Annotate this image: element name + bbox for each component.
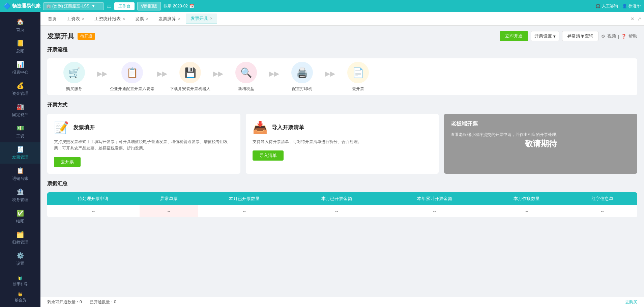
- go-issue-button[interactable]: 去开票: [54, 157, 81, 167]
- methods-row: 📝 发票填开 支持按照发票样式手工填写开发票；可开具增值税电子普通发票、增值税普…: [47, 114, 637, 174]
- tab-close-payroll[interactable]: ×: [82, 17, 84, 21]
- method-fill-icon: 📝: [54, 120, 69, 135]
- tab-home[interactable]: 首页: [43, 14, 61, 24]
- close-account-icon: ✅: [17, 210, 24, 217]
- sidebar-item-ledger[interactable]: 📒 总账: [0, 36, 40, 57]
- workflow-label-5: 配置打印机: [292, 86, 312, 92]
- workflow-icon-config: 📋: [121, 62, 143, 83]
- tab-actions: ✕ ⤢: [631, 16, 641, 22]
- workflow-icon-issue: 📄: [347, 62, 369, 83]
- buy-link[interactable]: 去购买: [625, 299, 637, 305]
- tab-close-payroll-report[interactable]: ×: [123, 17, 125, 21]
- home-icon: 🏠: [17, 18, 24, 26]
- switch-old-version-button[interactable]: 切到旧版: [137, 2, 161, 10]
- workbench-button[interactable]: 工作台: [114, 2, 135, 10]
- calendar-icon[interactable]: 📅: [189, 4, 194, 8]
- user-avatar-icon: 👤: [622, 4, 627, 8]
- workflow-icon-printer: 🖨️: [291, 62, 313, 83]
- workflow-label-3: 下载并安装开票机器人: [170, 86, 210, 92]
- sidebar-item-pin[interactable]: 📌 取消固定: [0, 305, 40, 307]
- workflow-arrow-2: ▶▶: [157, 69, 167, 84]
- summary-title: 票据汇总: [47, 180, 637, 187]
- workflow-step-6: 📄 去开票: [338, 62, 378, 92]
- content-area: 首页 工资表 × 工资统计报表 × 发票 × 发票测算 ×: [40, 12, 644, 307]
- tab-close-invoice-calc[interactable]: ×: [178, 17, 180, 21]
- import-list-button[interactable]: 导入清单: [253, 150, 284, 161]
- company-selector[interactable]: 🏢 (勿副) 江西服室-LSS ▼: [43, 2, 104, 10]
- workflow-arrow-4: ▶▶: [269, 69, 279, 84]
- ledger-icon: 📒: [17, 39, 24, 47]
- tab-close-invoice-issue[interactable]: ×: [210, 16, 212, 21]
- customer-service[interactable]: 🎧 人工咨询: [595, 3, 618, 9]
- help-area: ⚙ 视频 | ❓ 帮助: [601, 33, 637, 39]
- workflow-section: 开票流程 🛒 购买服务 ▶▶ 📋 企业开通配置开票六要素: [47, 47, 637, 95]
- tab-invoice-issue[interactable]: 发票开具 ×: [186, 13, 217, 24]
- assets-icon: 🏭: [17, 103, 24, 111]
- sidebar-bottom: 🔰 新手引导 👑 畅会员 📌 取消固定: [0, 270, 40, 307]
- invoices-icon: 🧾: [17, 146, 24, 153]
- period-info: 账期 2023-02 📅: [164, 3, 194, 9]
- workflow-step-3: 💾 下载并安装开票机器人: [170, 62, 210, 92]
- summary-cell-4: --: [290, 205, 383, 217]
- method-fill-header: 📝 发票填开: [54, 120, 234, 135]
- sidebar-item-reports[interactable]: 📊 报表中心: [0, 57, 40, 79]
- sidebar-item-beginner[interactable]: 🔰 新手引导: [0, 274, 40, 289]
- headset-icon: 🎧: [595, 4, 601, 8]
- workflow-label-6: 去开票: [352, 86, 364, 92]
- methods-title: 开票方式: [47, 102, 637, 108]
- sidebar: 🏠 首页 📒 总账 📊 报表中心 💰 资金管理 🏭 固定资产 💵 工资 🧾 发票…: [0, 12, 40, 307]
- sidebar-item-tax[interactable]: 🏦 税务管理: [0, 185, 40, 206]
- user-profile[interactable]: 👤 徐溢华: [622, 3, 641, 9]
- workflow-icon-buy: 🛒: [63, 62, 85, 83]
- method-boss-header: 老板端开票: [451, 120, 631, 128]
- workflow-label-2: 企业开通配置开票六要素: [110, 86, 154, 92]
- beginner-icon: 🔰: [18, 276, 23, 281]
- footer-quota: 剩余可开通数量：0 已开通数量：0: [47, 299, 116, 305]
- method-fill-title: 发票填开: [73, 124, 95, 131]
- sidebar-item-payroll[interactable]: 💵 工资: [0, 121, 40, 142]
- sidebar-item-invoices[interactable]: 🧾 发票管理: [0, 142, 40, 164]
- methods-section: 开票方式 📝 发票填开 支持按照发票样式手工填写开发票；可开具增值税电子普通发票…: [47, 102, 637, 174]
- help-circle-icon: ❓: [621, 34, 626, 39]
- tab-invoice-calc[interactable]: 发票测算 ×: [154, 14, 185, 24]
- sidebar-item-archive[interactable]: 🗂️ 归档管理: [0, 227, 40, 249]
- method-import-icon: 📥: [253, 120, 268, 135]
- open-now-button[interactable]: 立即开通: [500, 31, 528, 41]
- tab-close-invoice[interactable]: ×: [146, 17, 148, 21]
- summary-col-1: 待处理开票申请: [47, 192, 140, 205]
- settings-circle-icon: ⚙: [601, 34, 605, 39]
- sidebar-item-close-account[interactable]: ✅ 结账: [0, 206, 40, 227]
- workflow-title: 开票流程: [47, 47, 637, 53]
- abnormal-query-button[interactable]: 异常清单查询: [562, 31, 598, 41]
- tab-expand-icon[interactable]: ⤢: [637, 16, 641, 22]
- reports-icon: 📊: [17, 61, 24, 68]
- sidebar-item-funds[interactable]: 💰 资金管理: [0, 79, 40, 100]
- summary-col-6: 本月作废数量: [486, 192, 567, 205]
- ticket-settings-button[interactable]: 开票设置 ▾: [531, 31, 559, 41]
- method-card-fill: 📝 发票填开 支持按照发票样式手工填写开发票；可开具增值税电子普通发票、增值税普…: [47, 114, 240, 174]
- workflow-step-2: 📋 企业开通配置开票六要素: [110, 62, 154, 92]
- tab-payroll-report[interactable]: 工资统计报表 ×: [90, 14, 130, 24]
- method-import-header: 📥 导入开票清单: [253, 120, 432, 135]
- dropdown-icon: ▾: [553, 34, 556, 39]
- tab-invoice[interactable]: 发票 ×: [130, 14, 153, 24]
- tab-close-icon[interactable]: ✕: [631, 16, 635, 22]
- method-card-import: 📥 导入开票清单 支持导入待开票清单，可对待开票清单进行拆分、合并处理。 导入清…: [246, 114, 439, 174]
- sidebar-item-settings[interactable]: ⚙️ 设置: [0, 249, 40, 270]
- workflow-label-1: 购买服务: [66, 86, 82, 92]
- method-boss-desc: 查看老板端小程序提交的开票申请，并作出相应的开票处理。: [451, 132, 631, 138]
- summary-cell-7: --: [567, 205, 637, 217]
- top-bar-left: 🔷 畅捷通易代账 🏢 (勿副) 江西服室-LSS ▼ ▭ 工作台 切到旧版 账期…: [3, 2, 194, 10]
- page-content: 发票开具 待开通 立即开通 开票设置 ▾ 异常清单查询 ⚙ 视频 | ❓: [40, 26, 644, 297]
- sidebar-item-member[interactable]: 👑 畅会员: [0, 289, 40, 305]
- method-import-desc: 支持导入待开票清单，可对待开票清单进行拆分、合并处理。: [253, 139, 432, 145]
- sidebar-item-home[interactable]: 🏠 首页: [0, 15, 40, 36]
- tab-payroll[interactable]: 工资表 ×: [62, 14, 89, 24]
- sidebar-item-purchase-sales[interactable]: 📋 进销台账: [0, 164, 40, 185]
- archive-icon: 🗂️: [17, 231, 24, 238]
- workflow-step-4: 🔍 新增税盘: [226, 62, 266, 92]
- sidebar-item-assets[interactable]: 🏭 固定资产: [0, 100, 40, 121]
- workflow-arrow-5: ▶▶: [325, 69, 335, 84]
- summary-section: 票据汇总 待处理开票申请 异常单票 本月已开票数量 本月已开票金额 本年累计开票…: [47, 180, 637, 217]
- tab-bar: 首页 工资表 × 工资统计报表 × 发票 × 发票测算 ×: [40, 12, 644, 26]
